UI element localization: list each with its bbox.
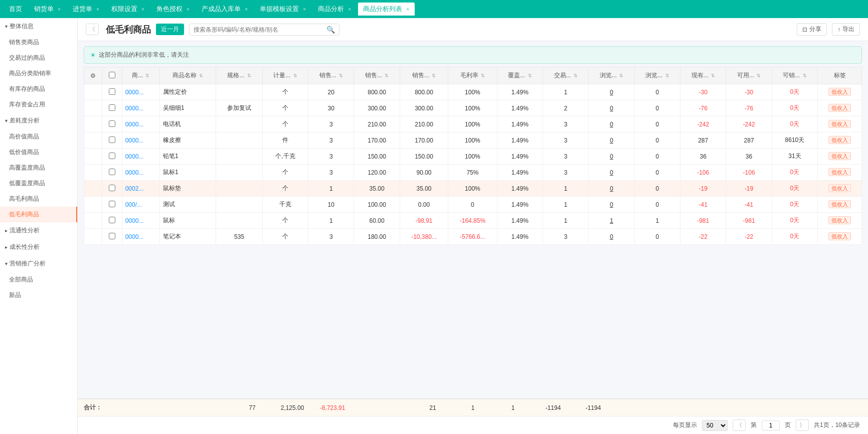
col-current-stock[interactable]: 现有... ⇅	[680, 67, 726, 84]
sidebar-group-growth[interactable]: ▸ 成长性分析	[0, 239, 77, 255]
nav-product-inbound[interactable]: 产成品入库单 ×	[197, 3, 253, 16]
row-unit: 个	[262, 213, 308, 229]
sidebar-group-marketing[interactable]: ▾ 营销推广分析	[0, 255, 77, 272]
sidebar-item-high-coverage[interactable]: 高覆盖度商品	[0, 160, 77, 176]
row-select-checkbox[interactable]	[109, 201, 115, 207]
col-sales-profit[interactable]: 销售... ⇅	[400, 67, 448, 84]
per-page-select[interactable]: 50 20 100	[702, 420, 728, 431]
row-views1[interactable]: 0	[589, 181, 634, 197]
table-container[interactable]: ⚙ 商... ⇅ 商品名称 ⇅ 规格... ⇅ 计量... ⇅ 销售... ⇅ …	[84, 67, 862, 398]
close-icon[interactable]: ×	[303, 6, 306, 12]
row-sellable: 0天	[772, 100, 817, 116]
close-icon[interactable]: ×	[96, 6, 99, 12]
col-code[interactable]: 商... ⇅	[122, 67, 159, 84]
col-gross-margin[interactable]: 毛利率 ⇅	[448, 67, 497, 84]
row-sellable: 8610天	[772, 132, 817, 149]
sidebar-item-traded-products[interactable]: 交易过的商品	[0, 50, 77, 66]
sidebar-item-sales-products[interactable]: 销售类商品	[0, 35, 77, 50]
sidebar-item-new-products[interactable]: 新品	[0, 287, 77, 303]
row-views1[interactable]: 0	[589, 100, 634, 116]
share-button[interactable]: ⊡ 分享	[797, 23, 827, 36]
page-number-input[interactable]	[762, 420, 780, 430]
export-button[interactable]: ↑ 导出	[832, 23, 860, 36]
sidebar-item-low-coverage[interactable]: 低覆盖度商品	[0, 176, 77, 191]
row-checkbox[interactable]	[102, 100, 122, 116]
nav-permissions[interactable]: 权限设置 ×	[106, 3, 149, 16]
sidebar-item-capital[interactable]: 库存资金占用	[0, 97, 77, 112]
collapse-sidebar-button[interactable]: 《	[86, 24, 99, 35]
sidebar-item-in-stock[interactable]: 有库存的商品	[0, 81, 77, 97]
sidebar-item-all-products[interactable]: 全部商品	[0, 272, 77, 287]
sidebar-group-circulation[interactable]: ▸ 流通性分析	[0, 222, 77, 239]
col-trade-count[interactable]: 交易... ⇅	[543, 67, 589, 84]
row-checkbox[interactable]	[102, 213, 122, 229]
close-icon[interactable]: ×	[187, 6, 190, 12]
table-row: 0000... 铅笔1 个,千克 3 150.00 150.00 100% 1.…	[84, 149, 862, 165]
row-select-checkbox[interactable]	[109, 120, 115, 127]
row-select-checkbox[interactable]	[109, 233, 115, 239]
row-checkbox[interactable]	[102, 149, 122, 165]
nav-role-auth[interactable]: 角色授权 ×	[151, 3, 195, 16]
col-sales-amount[interactable]: 销售... ⇅	[354, 67, 400, 84]
sidebar-item-category-rate[interactable]: 商品分类助销率	[0, 66, 77, 81]
col-tag[interactable]: 标签	[818, 67, 862, 84]
close-icon[interactable]: ×	[141, 6, 144, 12]
next-page-button[interactable]: 〉	[796, 419, 809, 431]
col-sales-qty[interactable]: 销售... ⇅	[308, 67, 354, 84]
col-sellable[interactable]: 可销... ⇅	[772, 67, 817, 84]
sidebar-group-overall[interactable]: ▾ 整体信息	[0, 18, 77, 35]
nav-template-settings[interactable]: 单据模板设置 ×	[255, 3, 311, 16]
row-select-checkbox[interactable]	[109, 104, 115, 111]
row-checkbox[interactable]	[102, 165, 122, 181]
sidebar-group-analysis[interactable]: ▾ 差耗度分析	[0, 112, 77, 129]
nav-purchase-order[interactable]: 进货单 ×	[68, 3, 104, 16]
nav-product-analysis[interactable]: 商品分析 ×	[313, 3, 356, 16]
col-available[interactable]: 可用... ⇅	[726, 67, 772, 84]
col-gear[interactable]: ⚙	[84, 67, 102, 84]
row-checkbox[interactable]	[102, 132, 122, 149]
row-views1[interactable]: 0	[589, 165, 634, 181]
nav-sales-order[interactable]: 销货单 ×	[29, 3, 66, 16]
close-icon[interactable]: ×	[245, 6, 248, 12]
col-views1[interactable]: 浏览... ⇅	[589, 67, 634, 84]
nav-product-analysis-list[interactable]: 商品分析列表 ×	[358, 3, 414, 16]
row-views1[interactable]: 0	[589, 116, 634, 132]
table-footer: 合计： 77 2,125.00 -8,723.91 21 1 1 -1194 -…	[78, 398, 868, 416]
close-icon[interactable]: ×	[58, 6, 61, 12]
prev-page-button[interactable]: 〈	[733, 419, 746, 431]
sidebar-item-high-value[interactable]: 高价值商品	[0, 129, 77, 144]
select-all-checkbox[interactable]	[109, 72, 115, 78]
row-views1[interactable]: 0	[589, 229, 634, 245]
nav-home[interactable]: 首页	[4, 3, 27, 16]
col-unit[interactable]: 计量... ⇅	[262, 67, 308, 84]
row-views1[interactable]: 0	[589, 149, 634, 165]
col-spec[interactable]: 规格... ⇅	[216, 67, 262, 84]
search-input[interactable]	[194, 26, 326, 33]
col-coverage[interactable]: 覆盖... ⇅	[497, 67, 543, 84]
col-views2[interactable]: 浏览... ⇅	[634, 67, 680, 84]
row-select-checkbox[interactable]	[109, 185, 115, 191]
col-name[interactable]: 商品名称 ⇅	[159, 67, 216, 84]
search-icon[interactable]: 🔍	[326, 26, 335, 34]
close-icon[interactable]: ×	[406, 6, 409, 12]
row-select-checkbox[interactable]	[109, 169, 115, 175]
row-checkbox[interactable]	[102, 84, 122, 100]
row-views1[interactable]: 0	[589, 132, 634, 149]
row-checkbox[interactable]	[102, 116, 122, 132]
row-views1[interactable]: 0	[589, 84, 634, 100]
row-select-checkbox[interactable]	[109, 88, 115, 95]
sidebar-item-high-margin[interactable]: 高毛利商品	[0, 191, 77, 207]
row-views1[interactable]: 0	[589, 197, 634, 213]
period-button[interactable]: 近一月	[156, 24, 184, 35]
col-checkbox[interactable]	[102, 67, 122, 84]
row-select-checkbox[interactable]	[109, 217, 115, 223]
row-checkbox[interactable]	[102, 181, 122, 197]
row-checkbox[interactable]	[102, 197, 122, 213]
sidebar-item-low-value[interactable]: 低价值商品	[0, 144, 77, 160]
row-checkbox[interactable]	[102, 229, 122, 245]
row-select-checkbox[interactable]	[109, 153, 115, 159]
sidebar-item-low-margin[interactable]: 低毛利商品	[0, 207, 77, 222]
row-select-checkbox[interactable]	[109, 136, 115, 143]
close-icon[interactable]: ×	[348, 6, 351, 12]
row-views1[interactable]: 1	[589, 213, 634, 229]
